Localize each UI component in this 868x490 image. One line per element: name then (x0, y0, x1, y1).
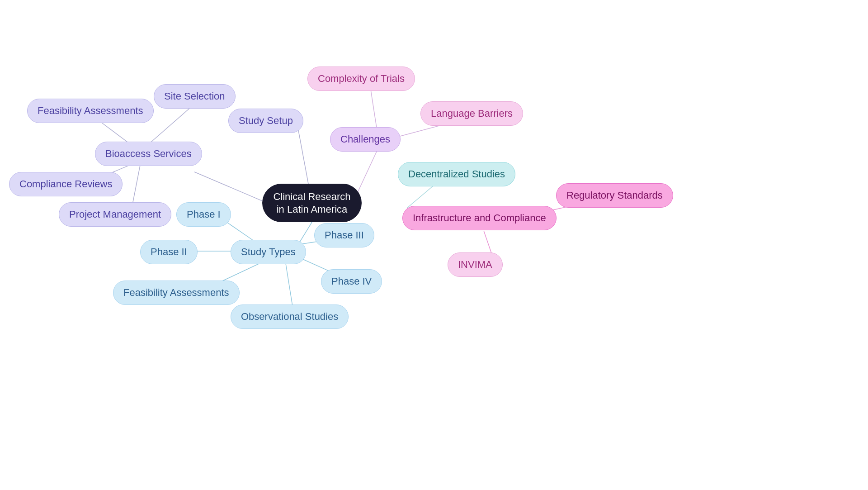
regulatory-standards-node: Regulatory Standards (556, 183, 673, 208)
bioaccess-node: Bioaccess Services (95, 142, 202, 166)
feasibility-assessments-bio-node: Feasibility Assessments (27, 99, 154, 123)
study-setup-node: Study Setup (228, 109, 303, 133)
study-types-node: Study Types (231, 240, 306, 264)
decentralized-node: Decentralized Studies (398, 162, 515, 186)
center-node: Clinical Research in Latin America (262, 184, 362, 222)
language-barriers-node: Language Barriers (420, 101, 523, 126)
feasibility-assessments-st-node: Feasibility Assessments (113, 281, 240, 305)
challenges-node: Challenges (330, 127, 401, 152)
observational-node: Observational Studies (231, 304, 349, 329)
project-management-node: Project Management (59, 202, 171, 227)
infra-compliance-node: Infrastructure and Compliance (402, 206, 557, 230)
phase-4-node: Phase IV (321, 269, 382, 294)
invima-node: INVIMA (448, 252, 503, 277)
compliance-reviews-node: Compliance Reviews (9, 172, 123, 196)
complexity-node: Complexity of Trials (307, 67, 415, 91)
phase-3-node: Phase III (314, 223, 374, 247)
phase-2-node: Phase II (140, 240, 198, 264)
site-selection-node: Site Selection (154, 84, 236, 109)
phase-1-node: Phase I (176, 202, 231, 227)
